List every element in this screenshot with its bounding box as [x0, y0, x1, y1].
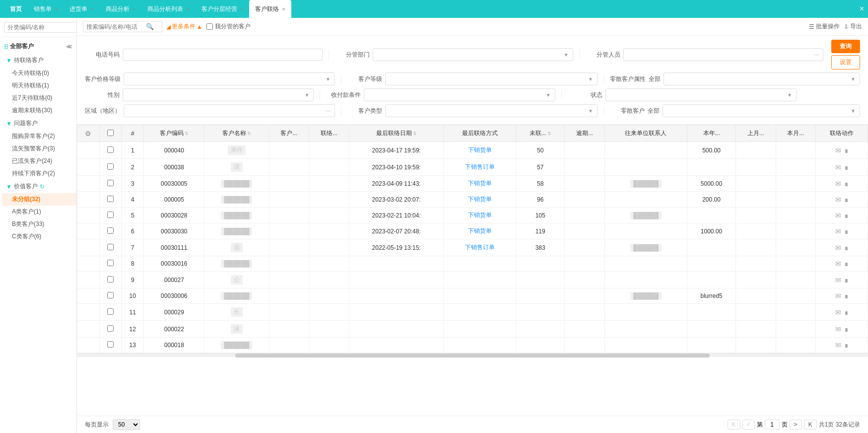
- more-conditions-btn[interactable]: ◢ 更多条件 ▲: [166, 22, 202, 31]
- message-icon[interactable]: ✉: [835, 325, 841, 333]
- qr-icon[interactable]: ∎: [844, 212, 849, 219]
- page-size-select[interactable]: 50 100: [113, 419, 140, 430]
- row-checkbox[interactable]: [107, 196, 114, 202]
- page-number-input[interactable]: [765, 420, 780, 430]
- message-icon[interactable]: ✉: [835, 244, 841, 252]
- qr-icon[interactable]: ∎: [844, 292, 849, 300]
- price-level-select[interactable]: ▼: [124, 72, 335, 85]
- row-checkbox[interactable]: [107, 260, 114, 266]
- tab-home[interactable]: 首页: [4, 0, 28, 18]
- settings-icon[interactable]: ⚙: [85, 130, 91, 138]
- reset-button[interactable]: 设置: [831, 55, 860, 70]
- row-checkbox[interactable]: [107, 180, 114, 186]
- message-icon[interactable]: ✉: [835, 196, 841, 204]
- my-customers-checkbox[interactable]: [206, 23, 213, 30]
- message-icon[interactable]: ✉: [835, 227, 841, 235]
- qr-icon[interactable]: ∎: [844, 180, 849, 188]
- sidebar-class-a[interactable]: A类客户(1): [2, 206, 76, 218]
- row-checkbox[interactable]: [107, 308, 114, 315]
- query-button[interactable]: 查询: [831, 40, 860, 53]
- last-way-link[interactable]: 下销货单: [468, 227, 492, 234]
- col-settings[interactable]: ⚙: [77, 125, 100, 142]
- row-checkbox[interactable]: [107, 325, 114, 332]
- sidebar-abnormal[interactable]: 囤购异常客户(2): [2, 130, 76, 143]
- tab-sales-close[interactable]: ×: [55, 6, 58, 12]
- sidebar-class-c[interactable]: C类客户(6): [2, 230, 76, 243]
- sidebar-problem-customers-header[interactable]: ▼ 问题客户: [2, 117, 76, 130]
- sidebar-churn-warning[interactable]: 流失预警客户(3): [2, 143, 76, 155]
- message-icon[interactable]: ✉: [835, 212, 841, 219]
- col-code[interactable]: 客户编码⇅: [144, 125, 204, 142]
- sidebar-class-b[interactable]: B类客户(33): [2, 218, 76, 230]
- message-icon[interactable]: ✉: [835, 276, 841, 284]
- sidebar-tomorrow-pending[interactable]: 明天待联络(1): [2, 79, 76, 92]
- batch-ops-button[interactable]: ☰ 批量操作: [809, 22, 840, 31]
- qr-icon[interactable]: ∎: [844, 276, 849, 284]
- sidebar-dormant[interactable]: 持续下滑客户(2): [2, 167, 76, 180]
- first-page-btn[interactable]: K: [728, 420, 740, 430]
- sidebar-near7-pending[interactable]: 近7天待联络(0): [2, 92, 76, 104]
- last-way-link[interactable]: 下销货单: [468, 196, 492, 203]
- last-way-link[interactable]: 下销货单: [468, 212, 492, 218]
- last-way-link[interactable]: 下销货单: [468, 180, 492, 187]
- row-checkbox[interactable]: [107, 276, 114, 283]
- sidebar-search-input[interactable]: [4, 22, 77, 33]
- sidebar-overdue-pending[interactable]: 逾期未联络(30): [2, 104, 76, 117]
- row-checkbox[interactable]: [107, 244, 114, 250]
- gender-select[interactable]: ▼: [123, 88, 314, 101]
- search-input[interactable]: [86, 23, 146, 30]
- tab-product-analysis-close[interactable]: ×: [133, 6, 135, 12]
- message-icon[interactable]: ✉: [835, 260, 841, 268]
- sidebar-unclassified[interactable]: 未分组(32): [2, 193, 76, 206]
- last-way-link[interactable]: 下销售订单: [465, 244, 495, 251]
- tab-customer-contact-close[interactable]: ×: [282, 6, 285, 12]
- message-icon[interactable]: ✉: [835, 308, 841, 316]
- my-customers-check[interactable]: 我分管的客户: [206, 22, 251, 31]
- tab-purchase-close[interactable]: ×: [90, 6, 93, 12]
- status-select[interactable]: ▼: [605, 88, 797, 101]
- payment-select[interactable]: ▼: [364, 88, 555, 101]
- qr-icon[interactable]: ∎: [844, 146, 849, 154]
- tab-product-list[interactable]: 商品分析列表 ×: [141, 0, 195, 18]
- refresh-icon[interactable]: ↻: [40, 183, 45, 190]
- manager-select[interactable]: ···: [623, 48, 823, 61]
- qr-icon[interactable]: ∎: [844, 325, 849, 333]
- qr-icon[interactable]: ∎: [844, 260, 849, 268]
- col-last-date[interactable]: 最后联络日期⇅: [349, 125, 444, 142]
- last-way-link[interactable]: 下销货单: [468, 146, 492, 153]
- tab-customer-contact[interactable]: 客户联络 ×: [249, 0, 291, 18]
- sidebar-value-customers-header[interactable]: ▼ 价值客户 ↻: [2, 180, 76, 193]
- qr-icon[interactable]: ∎: [844, 163, 849, 171]
- phone-input[interactable]: [123, 49, 323, 61]
- message-icon[interactable]: ✉: [835, 341, 841, 349]
- sidebar-pending-contact-header[interactable]: ▼ 待联络客户: [2, 54, 76, 67]
- message-icon[interactable]: ✉: [835, 180, 841, 188]
- qr-icon[interactable]: ∎: [844, 341, 849, 349]
- message-icon[interactable]: ✉: [835, 146, 841, 154]
- select-all-checkbox[interactable]: [107, 130, 114, 136]
- dept-select[interactable]: ▼: [373, 48, 573, 61]
- col-no-contact[interactable]: 未联...⇅: [516, 125, 565, 142]
- sidebar-all-customers[interactable]: ⁝⁝ 全部客户 ≪: [0, 39, 76, 54]
- row-checkbox[interactable]: [107, 227, 114, 234]
- close-all-tabs[interactable]: ×: [860, 4, 864, 13]
- sidebar-lost[interactable]: 已流失客户(24): [2, 155, 76, 167]
- next-page-btn[interactable]: >: [790, 420, 802, 430]
- tab-customer-tier[interactable]: 客户分层经营 ×: [196, 0, 249, 18]
- message-icon[interactable]: ✉: [835, 163, 841, 171]
- prev-page-btn[interactable]: <: [742, 420, 755, 430]
- sidebar-today-pending[interactable]: 今天待联络(0): [2, 67, 76, 79]
- tab-purchase[interactable]: 进货单 ×: [64, 0, 99, 18]
- tab-customer-tier-close[interactable]: ×: [240, 6, 243, 12]
- retail-attr-select[interactable]: ▼: [664, 72, 860, 85]
- row-checkbox[interactable]: [107, 212, 114, 218]
- row-checkbox[interactable]: [107, 292, 114, 298]
- qr-icon[interactable]: ∎: [844, 227, 849, 235]
- customer-level-select[interactable]: ▼: [385, 72, 598, 85]
- search-icon[interactable]: 🔍: [146, 23, 154, 30]
- retail-customer-select[interactable]: ▼: [663, 104, 860, 117]
- message-icon[interactable]: ✉: [835, 292, 841, 300]
- last-page-btn[interactable]: K: [804, 420, 817, 430]
- qr-icon[interactable]: ∎: [844, 244, 849, 252]
- tab-product-list-close[interactable]: ×: [186, 6, 189, 12]
